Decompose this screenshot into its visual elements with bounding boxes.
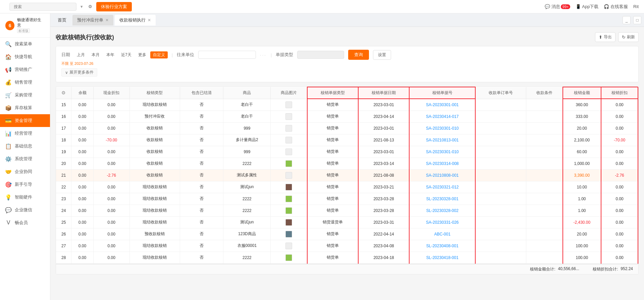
td-verify-bill-type: 销货单 — [307, 111, 358, 122]
td-receipt-order-no — [475, 181, 526, 193]
td-verify-bill-type: 销货单 — [307, 252, 358, 263]
td-verify-date: 2023-04-14 — [358, 111, 409, 122]
td-verify-no[interactable]: SA-20210813-001 — [409, 134, 475, 146]
td-verify-no[interactable]: SL-20230418-001 — [409, 252, 475, 263]
sidebar-item-purchase[interactable]: 🛒采购管理 — [0, 89, 50, 101]
export-button[interactable]: ⬆ 导出 — [595, 32, 615, 42]
table-row: 17 0.00 0.00 收款核销 否 999 销货单 2023-03-01 S… — [56, 122, 638, 134]
setting-button[interactable]: 设置 — [373, 50, 391, 60]
sidebar-item-basic[interactable]: 📋基础信息 — [0, 140, 50, 153]
th-gear[interactable]: ⚙ — [56, 87, 71, 99]
th-product-image: 商品图片 — [271, 87, 307, 99]
online-service-link[interactable]: 🎧 在线客服 — [604, 4, 628, 10]
td-verify-no[interactable]: SL-20230408-001 — [409, 240, 475, 252]
td-verify-type: 现结收款核销 — [129, 240, 180, 252]
td-receipt-condition — [526, 205, 563, 216]
td-row-no: 25 — [56, 216, 71, 228]
message-icon[interactable]: 💬 消息99+ — [545, 4, 570, 10]
td-verify-no[interactable]: SA-20230301-010 — [409, 146, 475, 158]
expand-conditions-button[interactable]: ∨ 展开更多条件 — [61, 68, 97, 77]
tab-minimize-button[interactable]: _ — [623, 16, 631, 24]
sidebar-item-quick[interactable]: 🏠快捷导航 — [0, 50, 50, 63]
td-verify-no[interactable]: SA-20230301-010 — [409, 122, 475, 134]
sidebar-item-member[interactable]: V畅会员 — [0, 216, 50, 229]
industry-solution-button[interactable]: 休验行业方案 — [96, 2, 132, 11]
sidebar-item-finance[interactable]: 💳资金管理 — [0, 114, 50, 127]
tab-receipt-close[interactable]: ✕ — [148, 18, 151, 23]
footer-verify-amount-label: 核销金额合计: — [530, 266, 555, 272]
td-verify-type: 现结收款核销 — [129, 205, 180, 216]
td-receipt-condition — [526, 240, 563, 252]
td-cash-discount: 0.00 — [93, 193, 129, 205]
data-table: ⚙ 余额 现金折扣 核销类型 包含已结清 商品 商品图片 核销单据类型 核销单据… — [56, 87, 638, 264]
date-last-month-button[interactable]: 上月 — [74, 51, 88, 58]
td-verify-no[interactable]: SL-20230328-002 — [409, 205, 475, 216]
gear-icon[interactable]: ⚙ — [88, 4, 92, 9]
date-more-button[interactable]: 更多 — [136, 51, 149, 58]
query-button[interactable]: 查询 — [348, 50, 369, 60]
tab-home[interactable]: 首页 — [53, 15, 71, 26]
date-custom-button[interactable]: 自定义 — [150, 51, 168, 58]
td-verify-no[interactable]: SA-20210808-001 — [409, 169, 475, 181]
td-verify-type: 收款核销 — [129, 134, 180, 146]
tab-receipt[interactable]: 收款核销执行✕ — [115, 15, 156, 26]
sidebar-item-hardware[interactable]: 💡智能硬件 — [0, 191, 50, 204]
app-download-link[interactable]: 📱 App下载 — [576, 4, 598, 10]
guide-icon: 🎯 — [5, 181, 11, 187]
table-row: 21 0.00 -2.76 收款核销 否 测试多属性 销货单 2021-08-0… — [56, 169, 638, 181]
td-cash-discount: 0.00 — [93, 205, 129, 216]
td-receipt-condition — [526, 228, 563, 240]
td-product-image — [271, 181, 307, 193]
td-verify-no[interactable]: SA-20230301-001 — [409, 99, 475, 111]
sidebar-item-search[interactable]: 🔍搜索菜单 — [0, 38, 50, 50]
td-verify-no[interactable]: SA-20230314-008 — [409, 158, 475, 169]
td-verify-no[interactable]: SA-20230321-012 — [409, 181, 475, 193]
sidebar-item-guide[interactable]: 🎯新手引导 — [0, 178, 50, 191]
td-receipt-order-no — [475, 99, 526, 111]
td-receipt-condition — [526, 158, 563, 169]
date-this-year-button[interactable]: 本年 — [104, 51, 117, 58]
sidebar-item-system[interactable]: ⚙️系统管理 — [0, 153, 50, 165]
th-verify-date: 核销单据日期 — [358, 87, 409, 99]
td-product: 老白干 — [223, 99, 271, 111]
tab-prepay[interactable]: 预付冲应付单✕ — [72, 15, 113, 26]
bill-type-select[interactable] — [297, 51, 344, 59]
td-verify-date: 2021-08-13 — [358, 134, 409, 146]
sidebar-item-operation[interactable]: 📊经营管理 — [0, 127, 50, 140]
td-verify-no[interactable]: SA-20230414-017 — [409, 111, 475, 122]
td-verify-discount: 0.00 — [601, 193, 638, 205]
member-icon: V — [5, 220, 11, 226]
page-header: 收款核销执行(按收款) ⬆ 导出 ↻ 刷新 — [56, 32, 639, 42]
td-verify-discount: 0.00 — [601, 240, 638, 252]
sidebar-item-collab[interactable]: 🤝企业协同 — [0, 165, 50, 178]
tab-prepay-close[interactable]: ✕ — [105, 18, 109, 23]
td-verify-no[interactable]: SL-20230328-001 — [409, 193, 475, 205]
th-verify-no: 核销单据号 — [409, 87, 475, 99]
sidebar-item-marketing[interactable]: 📢营销推广 — [0, 63, 50, 76]
td-product-image — [271, 169, 307, 181]
td-verify-discount: 0.00 — [601, 216, 638, 228]
td-verify-date: 2022-04-14 — [358, 228, 409, 240]
partner-filter-input[interactable] — [198, 51, 256, 59]
td-verify-bill-type: 销货单 — [307, 158, 358, 169]
refresh-button[interactable]: ↻ 刷新 — [618, 32, 639, 42]
date-this-month-button[interactable]: 本月 — [89, 51, 102, 58]
top-bar: ▾ ⚙ 休验行业方案 💬 消息99+ 📱 App下载 🎧 在线客服 Rit — [0, 0, 644, 13]
tab-maximize-button[interactable]: □ — [633, 16, 641, 24]
filter-row-1: 日期 上月 本月 本年 近7天 更多 自定义 | 往来单位 ··· — [61, 50, 633, 60]
td-row-no: 22 — [56, 181, 71, 193]
td-balance: 0.00 — [71, 240, 93, 252]
search-input[interactable] — [9, 3, 76, 11]
date-7days-button[interactable]: 近7天 — [118, 51, 134, 58]
chevron-down-small-icon: ∨ — [65, 70, 68, 75]
user-label[interactable]: Rit — [633, 4, 639, 9]
td-verify-no[interactable]: ABC-001 — [409, 228, 475, 240]
td-verify-no[interactable]: SA-20230331-026 — [409, 216, 475, 228]
logo-tag: 标准版 — [17, 29, 30, 33]
sidebar-item-inventory[interactable]: 📦库存核算 — [0, 101, 50, 114]
sidebar-item-weixin[interactable]: 💬企业微信 — [0, 204, 50, 216]
td-verify-discount: 0.00 — [601, 158, 638, 169]
td-include-settled: 否 — [180, 240, 223, 252]
bill-type-filter-label: 单据类型 — [276, 52, 293, 58]
sidebar-item-sales[interactable]: 💰销售管理 — [0, 76, 50, 89]
